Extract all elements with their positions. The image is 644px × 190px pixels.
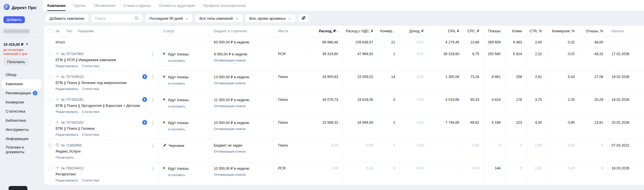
campaign-action-link[interactable]: Статистика	[82, 133, 99, 136]
status-action-link[interactable]: остановить	[168, 82, 210, 85]
campaign-number[interactable]: № 707429515	[61, 75, 84, 79]
campaign-name[interactable]: ЕПК || Поиск || Ортодонтия || Взрослая +…	[56, 103, 147, 108]
campaign-name[interactable]: Яндекс.Услуги	[56, 149, 147, 153]
campaign-links: РедактироватьСтатистика	[56, 87, 159, 91]
account-name-blurred[interactable]	[3, 29, 30, 33]
app-logo[interactable]: Директ Про	[3, 4, 36, 11]
header-cpc[interactable]: CPC, ₽	[464, 26, 484, 36]
sidebar-item[interactable]: Кампании	[2, 79, 41, 89]
kebab-menu-icon[interactable]	[152, 97, 154, 103]
add-campaign-button[interactable]: Добавить кампанию	[46, 14, 88, 22]
tab[interactable]: Объявления	[94, 0, 115, 11]
header-clicks[interactable]: Клики	[505, 26, 527, 36]
kebab-menu-icon[interactable]	[152, 75, 154, 80]
campaign-name[interactable]: ЕПК || Поиск || Гигиена	[56, 126, 147, 131]
sidebar-item[interactable]: Платежи и документы	[2, 143, 41, 156]
header-income[interactable]: Доход, ₽	[400, 26, 428, 36]
kebab-menu-icon[interactable]	[152, 166, 154, 171]
header-bounces[interactable]: Отказы, %	[579, 26, 608, 36]
campaign-action-link[interactable]: Редактировать	[56, 64, 78, 68]
strategy-link[interactable]: Оптимизация кликов	[214, 81, 274, 85]
campaign-number[interactable]: № 707403161	[61, 98, 84, 102]
header-expense[interactable]: Расход, ₽ ↓	[311, 26, 343, 36]
status-action-link[interactable]: остановить	[168, 127, 210, 131]
tab[interactable]: Ставки и фразы	[123, 0, 151, 11]
strategy-link[interactable]: Оптимизация кликов	[214, 104, 274, 108]
status-action-link[interactable]: остановить	[168, 173, 210, 177]
campaign-action-link[interactable]: Статистика	[82, 110, 99, 113]
sidebar-item[interactable]: Рекомендации 1	[2, 89, 41, 98]
kebab-menu-icon[interactable]	[152, 120, 154, 125]
campaign-action-link[interactable]: Статистика	[82, 64, 99, 68]
header-start[interactable]: Начало	[608, 26, 644, 36]
tab[interactable]: Профили пользователей	[203, 0, 246, 11]
campaign-action-link[interactable]: Редактировать	[56, 133, 78, 136]
campaign-type-dropdown[interactable]: Все типы кампаний	[195, 14, 242, 22]
sidebar-item[interactable]: Инструменты	[2, 125, 41, 134]
campaign-number[interactable]: № 707442342	[61, 121, 84, 125]
row-checkbox[interactable]	[48, 120, 52, 125]
totals-empty-cell	[44, 37, 56, 48]
sidebar-item[interactable]: Статистика	[2, 107, 41, 116]
status-label: Черновик	[168, 144, 184, 148]
sidebar-item[interactable]: Библиотека	[2, 116, 41, 125]
tab[interactable]: Группы	[74, 0, 86, 11]
strategy-link[interactable]: Оптимизация кликов	[214, 59, 274, 62]
campaign-action-link[interactable]: Статистика	[82, 179, 99, 182]
campaign-name[interactable]: ЕПК || Поиск || Лечение под микроскопом	[56, 81, 147, 85]
header-conversions[interactable]: Конвер...	[378, 26, 400, 36]
archive-filter-dropdown[interactable]: Все, кроме архивных	[245, 14, 296, 22]
sidebar-item[interactable]: Конверсии	[2, 98, 41, 107]
campaign-action-link[interactable]: Редактировать	[56, 179, 78, 182]
boost-badge-icon[interactable]	[142, 97, 147, 103]
header-cpa[interactable]: CPA, ₽	[428, 26, 464, 36]
boost-badge-icon[interactable]	[142, 74, 147, 80]
row-checkbox[interactable]	[48, 75, 52, 79]
header-places[interactable]: Места	[274, 26, 311, 36]
strategy-link[interactable]: Оптимизация кликов	[214, 150, 274, 153]
metric-cell: 223	[505, 117, 527, 139]
tab[interactable]: Сегменты аудитории	[159, 0, 195, 11]
strategy-link[interactable]: Оптимизация кликов	[214, 127, 274, 131]
tab[interactable]: Кампании	[47, 0, 66, 11]
header-impressions[interactable]: Показы	[484, 26, 505, 36]
topup-button[interactable]: Пополнить	[3, 58, 29, 65]
add-button[interactable]: Добавить	[3, 16, 25, 23]
chevron-down-icon	[185, 16, 188, 21]
campaign-action-link[interactable]: Посмотреть	[56, 156, 74, 159]
campaign-action-link[interactable]: Редактировать	[56, 87, 78, 91]
campaign-action-link[interactable]: Статистика	[82, 87, 99, 91]
header-main[interactable]: № Тип Название	[56, 26, 159, 36]
status-action-link[interactable]: остановить	[168, 59, 210, 62]
search-input[interactable]	[95, 16, 134, 21]
kebab-menu-icon[interactable]	[152, 143, 154, 148]
campaign-number[interactable]: № 708204412	[61, 166, 84, 170]
campaign-action-link[interactable]: Редактировать	[56, 110, 78, 113]
header-expense-vat[interactable]: Расход с НДС, ₽	[343, 26, 378, 36]
campaign-number[interactable]: № 707347983	[61, 52, 84, 56]
search-box[interactable]	[91, 14, 143, 22]
metric-cell: 0	[579, 162, 608, 185]
sidebar-item[interactable]: Обзор	[2, 70, 41, 79]
header-budget[interactable]: Бюджет и стратегия	[210, 26, 274, 36]
boost-badge-icon[interactable]	[142, 120, 147, 126]
columns-settings-button[interactable]	[298, 14, 309, 22]
campaign-number[interactable]: № 71883994	[61, 143, 82, 147]
sidebar-item[interactable]: Информация	[2, 134, 41, 143]
row-checkbox[interactable]	[48, 97, 52, 102]
header-ctr[interactable]: CTR, %	[527, 26, 547, 36]
date-range-dropdown[interactable]: Последние 90 дней	[145, 14, 193, 22]
row-checkbox[interactable]	[48, 52, 52, 56]
header-conversion-pct[interactable]: Конверсия, %	[547, 26, 579, 36]
kebab-menu-icon[interactable]	[152, 52, 154, 57]
metric-cell: 2,32	[527, 48, 547, 71]
status-action-link[interactable]: остановить	[168, 105, 210, 108]
select-all-checkbox[interactable]	[48, 29, 52, 33]
strategy-link[interactable]: Оптимизация кликов	[214, 173, 274, 176]
metric-cell: 27,08	[579, 71, 608, 93]
header-status[interactable]: Статус	[159, 26, 210, 36]
campaign-name[interactable]: ЕПК || РСЯ || Имеджевая кампания	[56, 58, 147, 62]
cutoff-popover[interactable]	[9, 186, 27, 190]
row-checkbox[interactable]	[48, 166, 52, 171]
campaign-name[interactable]: Ретаргетинг	[56, 172, 147, 176]
